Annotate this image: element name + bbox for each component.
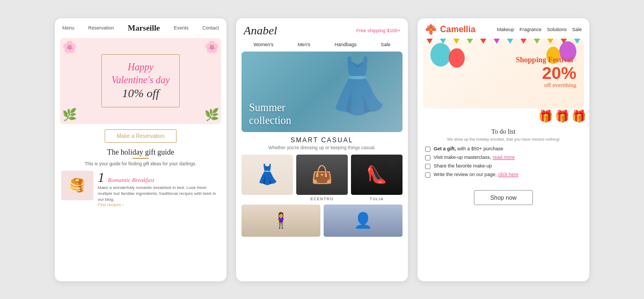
flag-11 (561, 39, 567, 44)
read-more-link[interactable]: read more (493, 155, 515, 160)
todo-text-1: Get a gift, with a $50+ purchase (434, 146, 503, 151)
todo-section: To do list We drew up the holiday shortl… (418, 123, 589, 185)
festival-sub: off everithing (430, 82, 576, 88)
menu-sale-camellia[interactable]: Sale (572, 27, 582, 32)
item-heading-highlight: Romantic (108, 177, 130, 183)
checkbox-4[interactable] (425, 172, 430, 178)
flag-6 (494, 39, 500, 44)
click-here-link[interactable]: click here (498, 172, 518, 177)
product-image-bag: 👜 (296, 155, 348, 195)
card1-nav: Menu Reservation Marseille Events Contac… (55, 18, 226, 36)
free-shipping-label[interactable]: Free shipping $100+ (356, 28, 400, 33)
todo-text-2: Visit make-up masterclass, read more (434, 155, 515, 160)
menu-mens[interactable]: Men's (298, 42, 311, 47)
festival-discount: 20% (430, 64, 576, 82)
smart-casual-title: SMART CASUAL (236, 136, 408, 144)
menu-makeup[interactable]: Makeup (497, 27, 514, 32)
card2-menu: Women's Men's Handbags Sale (236, 40, 408, 52)
product-image-dress: 👗 (241, 155, 293, 195)
flag-5 (480, 39, 487, 44)
flag-9 (534, 39, 540, 44)
find-recipes-link[interactable]: Find recipes › (98, 202, 220, 207)
hero-title: Happy Valentine's day (112, 61, 170, 86)
item-heading: Romantic Breakfast (108, 177, 155, 183)
product-image-person2[interactable]: 🧍‍♀️ (241, 205, 320, 237)
gifts-decoration: 🎁 🎁 🎁 (418, 108, 589, 123)
product-label-tulia: TULIA (370, 196, 384, 201)
product-image-person3[interactable]: 👤 (324, 205, 402, 237)
checkbox-2[interactable] (425, 155, 430, 161)
rose-decoration-tl: 🌸 (62, 40, 77, 54)
flag-7 (507, 39, 514, 44)
flag-2 (440, 39, 447, 44)
flag-8 (521, 39, 527, 44)
todo-title: To do list (425, 128, 582, 136)
nav-reservation[interactable]: Reservation (88, 25, 114, 31)
reservation-button[interactable]: Make a Reservation (105, 129, 177, 143)
brand-wrap: Camellia (425, 24, 475, 35)
nav-contact[interactable]: Contact (202, 25, 219, 31)
todo-text-3: Share the favorite make-up (434, 163, 492, 169)
product-label-ecentro: ECENTRO (310, 196, 334, 201)
title-underline (133, 158, 149, 159)
item-body: 1 Romantic Breakfast Make a wonderfully … (98, 171, 220, 208)
menu-handbags[interactable]: Handbags (334, 42, 356, 47)
todo-text-4: Write the review on our page, click here (434, 172, 518, 177)
todo-subtitle: We drew up the holiday shortlist, that y… (425, 137, 582, 142)
card-camellia: Camellia Makeup Fragrance Solutions Sale (418, 18, 589, 281)
nav-events[interactable]: Events (174, 25, 189, 31)
brand-name-camellia: Camellia (440, 25, 475, 34)
smart-casual-sub: Whether you're dressing up or keeping th… (236, 145, 408, 150)
product-grid: 👗 👜 ECENTRO 👠 TULIA (236, 155, 408, 201)
checkbox-3[interactable] (425, 164, 430, 169)
flag-1 (427, 39, 433, 44)
card-anabel: Anabel Free shipping $100+ Women's Men's… (236, 18, 408, 281)
card-marseille: Menu Reservation Marseille Events Contac… (55, 18, 226, 281)
product-image-shoes: 👠 (351, 155, 402, 195)
todo-item-1: Get a gift, with a $50+ purchase (425, 146, 582, 152)
nav-menu[interactable]: Menu (62, 25, 75, 31)
item-number: 1 (98, 171, 105, 185)
menu-fragrance[interactable]: Fragrance (519, 27, 541, 32)
hero-discount: 10% off (112, 86, 170, 100)
flag-12 (574, 39, 581, 44)
item-description: Make a wonderfully romantic breakfast in… (98, 185, 220, 203)
checkbox-1[interactable] (425, 147, 430, 152)
menu-solutions[interactable]: Solutions (547, 27, 567, 32)
grid-item-dress[interactable]: 👗 (241, 155, 293, 201)
card3-hero: Shopping Festival 20% off everithing (423, 39, 584, 108)
shop-now-button[interactable]: Shop now (474, 190, 533, 205)
bunting-decoration (423, 39, 584, 46)
menu-sale[interactable]: Sale (380, 42, 390, 47)
todo-item-4: Write the review on our page, click here (425, 172, 582, 178)
gift-icon-2: 🎁 (555, 110, 569, 123)
card2-hero: 👗 Summer collection (241, 52, 402, 132)
section-title: The holiday gift guide (55, 148, 226, 157)
grid-item-bag[interactable]: 👜 ECENTRO (296, 155, 348, 201)
item-image: 🥞 (61, 171, 93, 200)
flag-10 (547, 39, 554, 44)
rose-decoration-br: 🌿 (204, 108, 219, 122)
rose-decoration-tr: 🌸 (204, 40, 219, 54)
card1-hero: 🌸 🌸 🌿 🌿 Happy Valentine's day 10% off (60, 38, 221, 124)
hero-figure: 👗 (325, 54, 392, 118)
grid-item-shoes[interactable]: 👠 TULIA (351, 155, 402, 201)
todo-item-2: Visit make-up masterclass, read more (425, 155, 582, 161)
rose-decoration-bl: 🌿 (62, 108, 77, 122)
hero-border-frame: Happy Valentine's day 10% off (101, 54, 180, 107)
todo-item-3: Share the favorite make-up (425, 163, 582, 169)
gift-icon-1: 🎁 (538, 110, 553, 123)
menu-womens[interactable]: Women's (254, 42, 274, 47)
card2-nav: Anabel Free shipping $100+ (236, 18, 408, 40)
gift-icon-3: 🎁 (572, 110, 586, 123)
nav-brand: Marseille (128, 24, 160, 33)
nav-brand-anabel: Anabel (244, 24, 277, 38)
section-subtitle: This is your guide for finding gift idea… (55, 161, 226, 166)
svg-point-2 (429, 31, 433, 35)
camellia-logo-icon (425, 24, 437, 35)
hero-overlay-text: Summer collection (249, 101, 291, 127)
card3-nav: Camellia Makeup Fragrance Solutions Sale (418, 18, 589, 39)
card3-menu: Makeup Fragrance Solutions Sale (497, 27, 582, 32)
list-item: 🥞 1 Romantic Breakfast Make a wonderfull… (55, 171, 226, 212)
flag-3 (453, 39, 460, 44)
